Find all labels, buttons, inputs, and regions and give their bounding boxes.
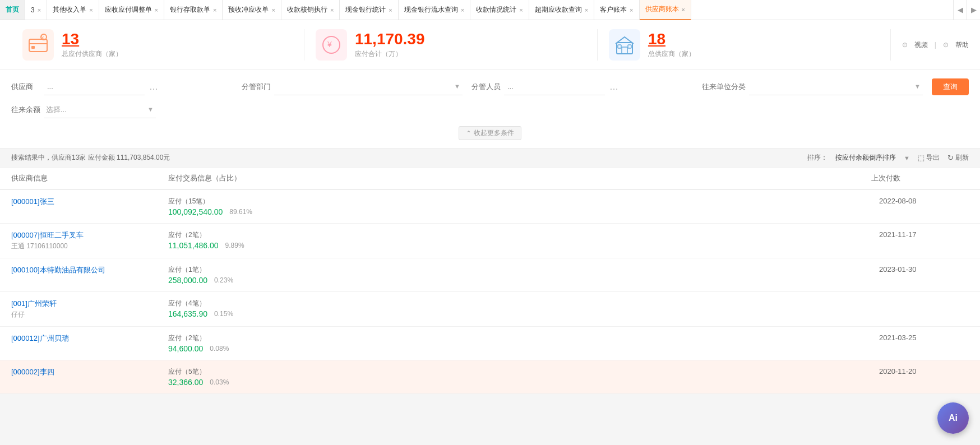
query-button[interactable]: 查询 [932, 78, 969, 95]
tx-label: 应付（1笔） [168, 265, 879, 275]
transaction-cell: 应付（2笔） 94,600.00 0.08% [168, 333, 879, 353]
nav-arrows: ◀ ▶ [953, 0, 980, 20]
nav-tab-cash-flow-query[interactable]: 现金银行流水查询 × [399, 0, 470, 20]
svg-rect-9 [618, 45, 621, 48]
close-customer-ledger[interactable]: × [630, 7, 633, 13]
nav-tab-overdue-query[interactable]: 超期应收款查询 × [529, 0, 594, 20]
person-filter-label: 分管人员 [471, 82, 501, 92]
sort-select[interactable]: 按应付余额倒序排序 [835, 153, 896, 163]
tx-label: 应付（5笔） [168, 367, 879, 377]
last-payment-cell: 2020-11-20 [879, 367, 969, 376]
nav-tab-cash-bank-stats[interactable]: 现金银行统计 × [340, 0, 398, 20]
tx-amount-link[interactable]: 94,600.00 [168, 344, 203, 353]
close-tab-3[interactable]: × [38, 7, 41, 13]
help-link[interactable]: 帮助 [955, 40, 969, 50]
category-filter-label: 往来单位分类 [702, 82, 746, 92]
header-last-payment: 上次付数 [871, 173, 961, 183]
tx-row: 258,000.00 0.23% [168, 276, 879, 285]
transaction-cell: 应付（1笔） 258,000.00 0.23% [168, 265, 879, 285]
filter-item-category: 往来单位分类 ▼ [702, 78, 923, 95]
tx-amount-link[interactable]: 164,635.90 [168, 309, 207, 318]
person-more-icon[interactable]: … [609, 82, 618, 92]
transaction-cell: 应付（4笔） 164,635.90 0.15% [168, 299, 879, 318]
nav-tab-bank-deposit[interactable]: 银行存取款单 × [164, 0, 223, 20]
supplier-cell: [000007]恒旺二手叉车 王通 17106110000 [11, 230, 168, 251]
transaction-cell: 应付（5笔） 32,366.00 0.03% [168, 367, 879, 387]
sort-dropdown-icon[interactable]: ▼ [904, 155, 910, 161]
customer-ledger-label: 客户账本 [600, 5, 627, 15]
nav-prev-arrow[interactable]: ◀ [953, 0, 967, 20]
supplier-link[interactable]: [000001]张三 [11, 197, 54, 206]
tx-row: 94,600.00 0.08% [168, 344, 879, 353]
close-prepay-offset[interactable]: × [271, 7, 275, 13]
last-pay-date: 2020-11-20 [879, 367, 917, 376]
person-input[interactable] [504, 78, 605, 95]
card-number-payable: 11,170.39 [355, 31, 425, 48]
collapse-button[interactable]: ⌃ 收起更多条件 [459, 126, 521, 140]
close-cash-flow-query[interactable]: × [461, 7, 464, 13]
tx-percent: 0.03% [210, 378, 229, 386]
nav-tab-prepay-offset[interactable]: 预收冲应收单 × [223, 0, 281, 20]
nav-tab-supplier-ledger[interactable]: 供应商账本 × [640, 0, 691, 20]
table-row: [001]广州荣轩 仔仔 应付（4笔） 164,635.90 0.15% [0, 292, 980, 327]
transaction-cell: 应付（15笔） 100,092,540.00 89.61% [168, 197, 879, 216]
close-cash-bank-stats[interactable]: × [389, 7, 392, 13]
tx-amount-link[interactable]: 258,000.00 [168, 276, 207, 285]
card-number-total-suppliers[interactable]: 18 [648, 31, 695, 48]
supplier-link[interactable]: [000100]本特勤油品有限公司 [11, 266, 105, 274]
nav-tab-3[interactable]: 3 × [25, 0, 47, 20]
export-button[interactable]: ⬚ 导出 [918, 153, 940, 163]
close-payment-verify[interactable]: × [330, 7, 334, 13]
supplier-link[interactable]: [000007]恒旺二手叉车 [11, 231, 84, 239]
card-label-payable: 应付合计（万） [355, 49, 425, 59]
home-label: 首页 [6, 5, 19, 15]
refresh-button[interactable]: ↻ 刷新 [947, 153, 969, 163]
balance-select-wrap: 选择... ▼ [44, 101, 156, 118]
nav-tab-other-income[interactable]: 其他收入单 × [47, 0, 99, 20]
supplier-more-icon[interactable]: … [149, 82, 158, 92]
table-row: [000001]张三 应付（15笔） 100,092,540.00 89.61%… [0, 190, 980, 224]
tx-amount-link[interactable]: 100,092,540.00 [168, 207, 223, 216]
nav-tab-collection-stats[interactable]: 收款情况统计 × [470, 0, 529, 20]
top-right-links: ⊙ 视频 | ⊙ 帮助 [902, 40, 969, 50]
video-link[interactable]: 视频 [914, 40, 928, 50]
close-supplier-ledger[interactable]: × [682, 6, 685, 13]
balance-select[interactable]: 选择... [44, 101, 156, 118]
collection-stats-label: 收款情况统计 [476, 5, 516, 15]
supplier-link[interactable]: [001]广州荣轩 [11, 299, 57, 308]
filter-item-person: 分管人员 … [471, 78, 693, 95]
filter-row-1: 供应商 … 分管部门 ▼ 分管人员 … 往来单位分类 [11, 78, 969, 95]
tx-amount-link[interactable]: 32,366.00 [168, 378, 203, 387]
dept-select[interactable] [274, 78, 463, 95]
balance-filter-label: 往来余额 [11, 105, 40, 115]
category-select[interactable] [749, 78, 923, 95]
nav-tab-home[interactable]: 首页 [0, 0, 25, 20]
card-number-suppliers[interactable]: 13 [62, 31, 122, 48]
filter-row-2: 往来余额 选择... ▼ [11, 101, 969, 118]
prepay-offset-label: 预收冲应收单 [228, 5, 269, 15]
header-scrollbar-space [961, 173, 969, 183]
nav-tab-payment-verify[interactable]: 收款核销执行 × [281, 0, 340, 20]
supplier-input[interactable] [44, 78, 145, 95]
close-other-income[interactable]: × [89, 7, 93, 13]
card-text-payable: 11,170.39 应付合计（万） [355, 31, 425, 59]
tx-label: 应付（2笔） [168, 333, 879, 343]
tab-3-label: 3 [31, 6, 35, 14]
nav-tab-ar-ap-adjust[interactable]: 应收应付调整单 × [99, 0, 164, 20]
top-navigation: 首页 3 × 其他收入单 × 应收应付调整单 × 银行存取款单 × 预收冲应收单… [0, 0, 980, 20]
supplier-sub: 王通 17106110000 [11, 242, 168, 251]
bank-deposit-label: 银行存取款单 [170, 5, 210, 15]
close-overdue-query[interactable]: × [585, 7, 588, 13]
tx-amount-link[interactable]: 11,051,486.00 [168, 241, 219, 250]
nav-tab-customer-ledger[interactable]: 客户账本 × [594, 0, 639, 20]
nav-next-arrow[interactable]: ▶ [967, 0, 980, 20]
close-bank-deposit[interactable]: × [213, 7, 216, 13]
close-collection-stats[interactable]: × [519, 7, 523, 13]
result-bar: 搜索结果中，供应商13家 应付金额 111,703,854.00元 排序： 按应… [0, 149, 980, 168]
export-icon: ⬚ [918, 154, 924, 162]
close-ar-ap-adjust[interactable]: × [155, 7, 158, 13]
collapse-up-icon: ⌃ [466, 129, 471, 137]
supplier-link[interactable]: [000012]广州贝瑞 [11, 334, 69, 342]
supplier-link[interactable]: [000002]李四 [11, 368, 54, 376]
summary-card-suppliers-payable: ¥ 13 总应付供应商（家） [11, 29, 304, 61]
